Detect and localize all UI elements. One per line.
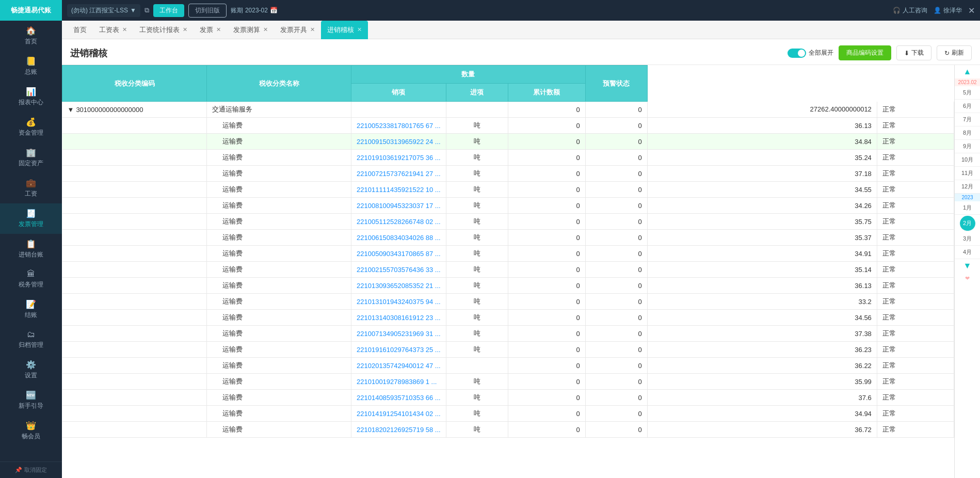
- sidebar-item-archive[interactable]: 🗂归档管理: [0, 325, 62, 355]
- table-row: 运输费221019161029764373 25 ...吨0036.23正常: [62, 342, 954, 358]
- tab-close-invoice-calc[interactable]: ✕: [263, 26, 268, 33]
- download-button[interactable]: ⬇ 下载: [896, 45, 931, 60]
- sidebar-label-invoice-mgmt: 发票管理: [19, 220, 43, 229]
- sidebar-item-purchase-sales[interactable]: 📋进销台账: [0, 234, 62, 264]
- cal-month-3[interactable]: 3月: [955, 232, 980, 246]
- cell-status-2: 正常: [877, 134, 954, 150]
- cell-flag-20: 吨: [446, 422, 508, 438]
- cell-cumulative-7: 35.75: [647, 214, 877, 230]
- cal-month-8[interactable]: 8月: [955, 126, 980, 140]
- collapse-icon[interactable]: ▼: [68, 106, 74, 114]
- sidebar-item-funds[interactable]: 💰资金管理: [0, 112, 62, 142]
- cal-month-4[interactable]: 4月: [955, 246, 980, 259]
- tab-close-payroll[interactable]: ✕: [122, 26, 127, 33]
- cell-status-3: 正常: [877, 150, 954, 166]
- archive-icon: 🗂: [27, 330, 35, 339]
- cell-sales-9: 0: [508, 246, 585, 262]
- settings-icon: ⚙️: [26, 360, 36, 370]
- user-menu[interactable]: 👤 徐泽华: [934, 6, 962, 15]
- cell-code-15: [62, 342, 207, 358]
- tab-invoice-calc[interactable]: 发票测算✕: [227, 21, 274, 39]
- cell-flag-5: 吨: [446, 182, 508, 198]
- cell-flag-7: 吨: [446, 214, 508, 230]
- cell-sales-19: 0: [508, 406, 585, 422]
- main-area: (勿动) 江西报宝-LSS ▼ ⧉ 工作台 切到旧版 账期 2023-02 📅 …: [62, 0, 980, 478]
- expand-toggle[interactable]: 全部展开: [788, 49, 833, 58]
- table-row: 运输费221018202126925719 58 ...吨0036.72正常: [62, 422, 954, 438]
- cell-tax-detail-4: 221007215737621941 27 ...: [351, 166, 446, 182]
- cell-sales-16: 0: [508, 358, 585, 374]
- unpin-button[interactable]: 📌 取消固定: [0, 462, 62, 478]
- sidebar-item-salary[interactable]: 💼工资: [0, 173, 62, 203]
- copy-icon-btn[interactable]: ⧉: [144, 6, 149, 14]
- sidebar-item-settings[interactable]: ⚙️设置: [0, 355, 62, 385]
- tab-home[interactable]: 首页: [67, 21, 93, 39]
- cal-month-11[interactable]: 11月: [955, 167, 980, 180]
- close-window-icon[interactable]: ✕: [968, 6, 975, 15]
- download-label: 下载: [911, 49, 924, 57]
- calendar-icon[interactable]: 📅: [270, 7, 278, 14]
- avatar-icon: 👤: [934, 7, 941, 14]
- cal-month-9[interactable]: 9月: [955, 140, 980, 153]
- cal-month-1[interactable]: 1月: [955, 201, 980, 215]
- tab-close-sales-check[interactable]: ✕: [357, 26, 362, 33]
- cell-tax-detail-15: 221019161029764373 25 ...: [351, 342, 446, 358]
- cell-sales-8: 0: [508, 230, 585, 246]
- cell-purchase-0: 0: [585, 102, 647, 118]
- cell-code-2: [62, 134, 207, 150]
- toggle-switch[interactable]: [788, 49, 806, 58]
- cell-status-0: 正常: [877, 102, 954, 118]
- cal-month-12[interactable]: 12月: [955, 180, 980, 194]
- sidebar-item-reports[interactable]: 📊报表中心: [0, 82, 62, 112]
- cell-cumulative-0: 27262.40000000012: [647, 102, 877, 118]
- support-btn[interactable]: 🎧 人工咨询: [893, 6, 927, 15]
- calendar-up[interactable]: ▲: [955, 65, 980, 78]
- sidebar-item-home[interactable]: 🏠首页: [0, 21, 62, 51]
- sidebar-item-ledger[interactable]: 📒总账: [0, 51, 62, 82]
- table-row: 运输费221011111435921522 10 ...吨0034.55正常: [62, 182, 954, 198]
- calendar-down[interactable]: ▼: [955, 259, 980, 273]
- cal-month-10[interactable]: 10月: [955, 153, 980, 167]
- cell-cumulative-3: 35.24: [647, 150, 877, 166]
- cell-name-19: 运输费: [207, 406, 351, 422]
- sidebar-item-settlement[interactable]: 📝结账: [0, 294, 62, 325]
- cell-sales-20: 0: [508, 422, 585, 438]
- tab-close-invoice-open[interactable]: ✕: [310, 26, 315, 33]
- cal-month-2[interactable]: 2月: [960, 216, 975, 231]
- tab-close-payroll-stats[interactable]: ✕: [183, 26, 187, 33]
- sidebar-item-guide[interactable]: 🆕新手引导: [0, 385, 62, 416]
- switch-version-button[interactable]: 切到旧版: [188, 4, 227, 18]
- tab-invoice-open[interactable]: 发票开具✕: [274, 21, 321, 39]
- tab-payroll[interactable]: 工资表✕: [93, 21, 133, 39]
- sidebar-item-tax[interactable]: 🏛税务管理: [0, 264, 62, 294]
- cell-flag-3: 吨: [446, 150, 508, 166]
- cell-sales-12: 0: [508, 294, 585, 310]
- cell-purchase-4: 0: [585, 166, 647, 182]
- cal-month-6[interactable]: 6月: [955, 100, 980, 113]
- cell-name-9: 运输费: [207, 246, 351, 262]
- tab-payroll-stats[interactable]: 工资统计报表✕: [133, 21, 194, 39]
- workspace-button[interactable]: 工作台: [153, 4, 184, 17]
- settings-button[interactable]: 商品编码设置: [839, 45, 891, 60]
- sidebar: 畅捷通易代账 🏠首页📒总账📊报表中心💰资金管理🏢固定资产💼工资🧾发票管理📋进销台…: [0, 0, 62, 478]
- page-title: 进销稽核: [70, 47, 107, 59]
- cell-name-11: 运输费: [207, 278, 351, 294]
- sidebar-item-member[interactable]: 👑畅会员: [0, 416, 62, 446]
- sidebar-item-assets[interactable]: 🏢固定资产: [0, 142, 62, 173]
- tab-invoice[interactable]: 发票✕: [194, 21, 227, 39]
- tab-close-invoice[interactable]: ✕: [216, 26, 221, 33]
- cell-status-4: 正常: [877, 166, 954, 182]
- cell-cumulative-15: 36.23: [647, 342, 877, 358]
- cell-status-11: 正常: [877, 278, 954, 294]
- cell-cumulative-14: 37.38: [647, 326, 877, 342]
- company-selector[interactable]: (勿动) 江西报宝-LSS ▼: [67, 4, 140, 17]
- cell-code-18: [62, 390, 207, 406]
- sidebar-item-invoice-mgmt[interactable]: 🧾发票管理: [0, 203, 62, 234]
- cell-status-10: 正常: [877, 262, 954, 278]
- cell-cumulative-6: 34.26: [647, 198, 877, 214]
- tab-sales-check[interactable]: 进销稽核✕: [321, 21, 368, 39]
- cal-month-5[interactable]: 5月: [955, 86, 980, 100]
- page-content: 进销稽核 全部展开 商品编码设置 ⬇ 下载 ↻ 刷新: [62, 39, 980, 478]
- cal-month-7[interactable]: 7月: [955, 113, 980, 126]
- refresh-button[interactable]: ↻ 刷新: [937, 45, 972, 60]
